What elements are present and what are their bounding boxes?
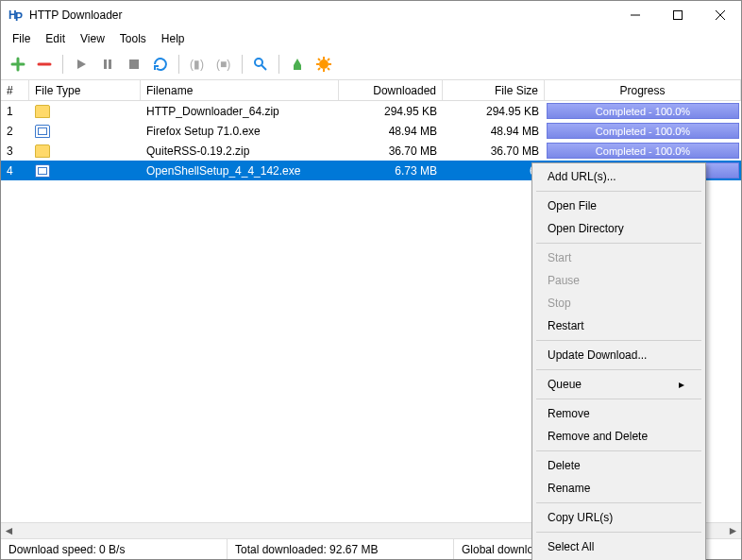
progress-bar: Completed - 100.0% — [547, 143, 739, 159]
progress-bar: Completed - 100.0% — [547, 123, 739, 139]
progress-bar: Completed - 100.0% — [547, 103, 739, 119]
context-item[interactable]: Update Download... — [534, 344, 703, 366]
cell-downloaded: 48.94 MB — [339, 125, 443, 138]
svg-text:(▮): (▮) — [190, 58, 204, 71]
cell-filetype — [29, 164, 141, 178]
context-item[interactable]: Open File — [534, 195, 703, 217]
svg-line-12 — [261, 65, 266, 70]
stop-inactive-button[interactable]: (■) — [212, 53, 235, 76]
cell-filesize: 6. — [443, 164, 545, 178]
close-button[interactable] — [699, 1, 741, 29]
status-speed: Download speed: 0 B/s — [1, 539, 228, 559]
cell-filetype — [29, 125, 141, 138]
cell-num: 2 — [1, 125, 29, 138]
cell-filename: QuiteRSS-0.19.2.zip — [141, 144, 339, 158]
file-icon — [35, 125, 50, 138]
cell-downloaded: 6.73 MB — [339, 164, 443, 178]
scroll-left-button[interactable]: ◄ — [1, 523, 17, 539]
settings-button[interactable] — [312, 53, 335, 76]
context-separator — [536, 369, 701, 370]
col-downloaded[interactable]: Downloaded — [339, 80, 443, 100]
svg-text:P: P — [15, 10, 23, 23]
cell-num: 3 — [1, 144, 29, 158]
title-bar: HP HTTP Downloader — [1, 1, 741, 29]
context-item[interactable]: Copy URL(s) — [534, 506, 703, 529]
context-separator — [536, 532, 701, 533]
menu-help[interactable]: Help — [154, 30, 193, 47]
app-icon: HP — [8, 8, 24, 23]
cell-filetype — [29, 105, 141, 118]
context-item[interactable]: Open Directory — [534, 217, 703, 240]
context-item[interactable]: Add URL(s)... — [534, 165, 703, 188]
toolbar: (▮) (■) — [1, 48, 741, 80]
table-row[interactable]: 1HTTP_Downloader_64.zip294.95 KB294.95 K… — [1, 101, 741, 121]
menu-tools[interactable]: Tools — [112, 30, 154, 47]
cell-progress: Completed - 100.0% — [545, 123, 741, 139]
context-item[interactable]: Select All — [534, 535, 703, 558]
menu-view[interactable]: View — [73, 30, 112, 47]
cell-num: 4 — [1, 164, 29, 178]
search-button[interactable] — [249, 53, 272, 76]
svg-rect-8 — [129, 59, 139, 69]
context-item: Pause — [534, 269, 703, 292]
table-row[interactable]: 3QuiteRSS-0.19.2.zip36.70 MB36.70 MBComp… — [1, 141, 741, 161]
filter-button[interactable] — [286, 53, 309, 76]
cell-filesize: 48.94 MB — [443, 125, 545, 138]
context-separator — [536, 191, 701, 192]
cell-filesize: 294.95 KB — [443, 105, 545, 118]
col-num[interactable]: # — [1, 80, 29, 100]
svg-point-11 — [255, 59, 262, 66]
context-separator — [536, 399, 701, 399]
context-item[interactable]: Delete — [534, 454, 703, 477]
context-item[interactable]: Restart — [534, 314, 703, 337]
add-button[interactable] — [7, 53, 29, 76]
separator — [62, 55, 63, 74]
col-progress[interactable]: Progress — [545, 80, 741, 100]
pause-inactive-button[interactable]: (▮) — [186, 53, 209, 76]
remove-button[interactable] — [33, 53, 56, 76]
menu-bar: File Edit View Tools Help — [1, 29, 741, 48]
svg-rect-7 — [109, 59, 111, 69]
context-item: Stop — [534, 292, 703, 314]
context-item[interactable]: Rename — [534, 477, 703, 500]
pause-button[interactable] — [96, 53, 119, 76]
svg-text:(■): (■) — [216, 58, 230, 71]
scroll-right-button[interactable]: ► — [725, 523, 741, 539]
cell-downloaded: 36.70 MB — [339, 144, 443, 158]
file-icon — [35, 164, 50, 178]
svg-line-21 — [318, 68, 320, 70]
svg-line-20 — [328, 59, 329, 60]
table-row[interactable]: 2Firefox Setup 71.0.exe48.94 MB48.94 MBC… — [1, 121, 741, 141]
cell-progress: Completed - 100.0% — [545, 103, 741, 119]
minimize-button[interactable] — [614, 1, 656, 29]
col-filesize[interactable]: File Size — [443, 80, 545, 100]
context-item[interactable]: Remove — [534, 402, 703, 425]
cell-downloaded: 294.95 KB — [339, 105, 443, 118]
file-icon — [35, 105, 50, 118]
col-filename[interactable]: Filename — [141, 80, 339, 100]
menu-edit[interactable]: Edit — [38, 30, 73, 47]
context-separator — [536, 340, 701, 341]
context-item[interactable]: Remove and Delete — [534, 425, 703, 448]
maximize-button[interactable] — [656, 1, 699, 29]
cell-filename: Firefox Setup 71.0.exe — [141, 125, 339, 138]
separator — [178, 55, 179, 74]
separator — [242, 55, 243, 74]
context-separator — [536, 243, 701, 244]
svg-rect-6 — [104, 59, 107, 69]
menu-file[interactable]: File — [5, 30, 38, 47]
file-icon — [35, 144, 50, 158]
restart-button[interactable] — [149, 53, 172, 76]
cell-filename: HTTP_Downloader_64.zip — [141, 105, 339, 118]
context-item[interactable]: Queue▸ — [534, 373, 703, 396]
context-separator — [536, 502, 701, 503]
stop-button[interactable] — [123, 53, 145, 76]
start-button[interactable] — [70, 53, 93, 76]
separator — [278, 55, 279, 74]
col-filetype[interactable]: File Type — [29, 80, 141, 100]
status-total: Total downloaded: 92.67 MB — [228, 539, 454, 559]
context-separator — [536, 450, 701, 451]
window-title: HTTP Downloader — [29, 8, 614, 22]
cell-filesize: 36.70 MB — [443, 144, 545, 158]
cell-filename: OpenShellSetup_4_4_142.exe — [141, 164, 339, 178]
